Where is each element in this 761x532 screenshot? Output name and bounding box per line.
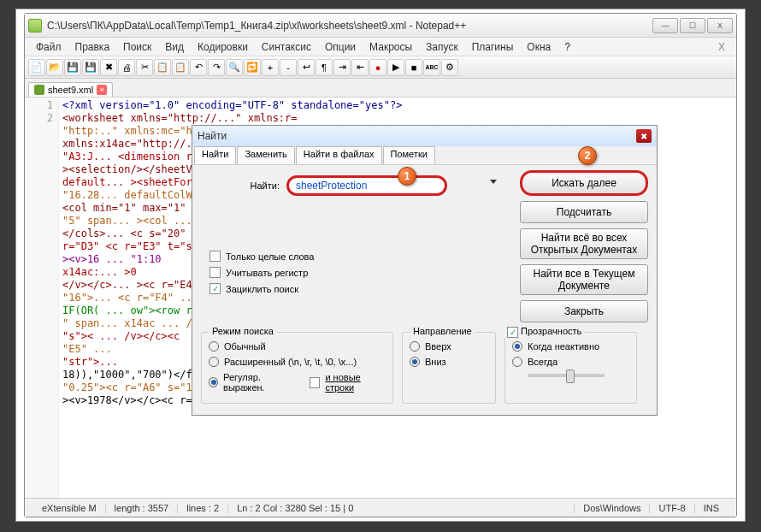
- match-case-label: Учитывать регистр: [226, 268, 308, 278]
- close-button[interactable]: X: [707, 18, 733, 33]
- menu-file[interactable]: Файл: [30, 39, 68, 55]
- status-encoding: UTF-8: [650, 503, 694, 513]
- find-dialog: Найти ✖ Найти Заменить Найти в файлах По…: [192, 125, 658, 416]
- close-file-icon[interactable]: ✖: [100, 59, 117, 76]
- status-mode: INS: [695, 503, 728, 513]
- print-icon[interactable]: 🖨: [118, 59, 135, 76]
- status-length: length : 3557: [106, 503, 179, 513]
- find-icon[interactable]: 🔍: [226, 59, 243, 76]
- status-lang: eXtensible M: [33, 503, 106, 513]
- replace-icon[interactable]: 🔁: [244, 59, 261, 76]
- direction-up-radio[interactable]: [410, 341, 420, 352]
- menu-windows[interactable]: Окна: [521, 39, 557, 55]
- stop-icon[interactable]: ■: [405, 59, 422, 76]
- open-file-icon[interactable]: 📂: [46, 59, 63, 76]
- undo-icon[interactable]: ↶: [190, 59, 207, 76]
- menu-options[interactable]: Опции: [319, 39, 362, 55]
- find-all-current-button[interactable]: Найти все в Текущем Документе: [520, 264, 648, 295]
- menubar: Файл Правка Поиск Вид Кодировки Синтакси…: [25, 38, 736, 56]
- line-gutter: 1 2: [25, 98, 59, 498]
- titlebar: C:\Users\ПК\AppData\Local\Temp\Temp1_Кни…: [25, 14, 736, 38]
- close-dialog-button[interactable]: Закрыть: [520, 300, 648, 322]
- abc-icon[interactable]: ABC: [423, 59, 440, 76]
- transparency-checkbox[interactable]: ✓: [507, 327, 518, 338]
- tab-marks[interactable]: Пометки: [383, 146, 435, 164]
- copy-icon[interactable]: 📋: [154, 59, 171, 76]
- dialog-titlebar: Найти ✖: [192, 126, 657, 146]
- find-next-button[interactable]: Искать далее: [520, 170, 648, 196]
- file-icon: [34, 85, 44, 95]
- tab-replace[interactable]: Заменить: [237, 146, 294, 164]
- whole-word-label: Только целые слова: [226, 251, 314, 262]
- trans-always-radio[interactable]: [512, 357, 522, 367]
- zoom-out-icon[interactable]: -: [280, 59, 297, 76]
- tab-find-in-files[interactable]: Найти в файлах: [296, 146, 382, 164]
- dropdown-icon[interactable]: [490, 180, 497, 184]
- newlines-checkbox[interactable]: [310, 377, 320, 388]
- redo-icon[interactable]: ↷: [208, 59, 225, 76]
- direction-legend: Направление: [410, 326, 475, 336]
- trans-inactive-radio[interactable]: [512, 341, 522, 352]
- menu-plugins[interactable]: Плагины: [466, 39, 520, 55]
- word-wrap-icon[interactable]: ↩: [298, 59, 315, 76]
- menu-macros[interactable]: Макросы: [363, 39, 418, 55]
- save-icon[interactable]: 💾: [64, 59, 81, 76]
- find-all-open-button[interactable]: Найти всё во всех Открытых Документах: [520, 228, 648, 259]
- menu-view[interactable]: Вид: [159, 39, 190, 55]
- menu-help[interactable]: ?: [558, 39, 576, 55]
- status-lines: lines : 2: [178, 503, 228, 513]
- status-eol: Dos\Windows: [575, 503, 650, 513]
- play-icon[interactable]: ▶: [387, 59, 404, 76]
- show-chars-icon[interactable]: ¶: [316, 59, 333, 76]
- mode-regex-radio[interactable]: [209, 377, 218, 387]
- wrap-label: Зациклить поиск: [226, 284, 298, 294]
- count-button[interactable]: Подсчитать: [520, 201, 648, 223]
- search-input[interactable]: [286, 175, 447, 196]
- tabbar: sheet9.xml ×: [25, 79, 736, 98]
- dialog-close-icon[interactable]: ✖: [636, 129, 652, 143]
- paste-icon[interactable]: 📋: [172, 59, 189, 76]
- tab-label: sheet9.xml: [48, 85, 93, 95]
- tab-close-icon[interactable]: ×: [97, 85, 107, 95]
- save-all-icon[interactable]: 💾: [82, 59, 99, 76]
- annotation-marker-2: 2: [578, 146, 597, 165]
- app-icon: [28, 19, 42, 33]
- annotation-marker-1: 1: [398, 167, 416, 186]
- direction-down-radio[interactable]: [410, 357, 420, 367]
- menu-search[interactable]: Поиск: [117, 39, 157, 55]
- cut-icon[interactable]: ✂: [136, 59, 153, 76]
- dialog-title: Найти: [198, 130, 227, 142]
- menubar-close-icon[interactable]: X: [712, 39, 731, 55]
- search-mode-legend: Режим поиска: [209, 326, 277, 336]
- menu-edit[interactable]: Правка: [69, 39, 116, 55]
- whole-word-checkbox[interactable]: [209, 251, 221, 262]
- status-position: Ln : 2 Col : 3280 Sel : 15 | 0: [228, 503, 575, 513]
- search-label: Найти:: [203, 180, 280, 191]
- wrap-checkbox[interactable]: ✓: [209, 283, 221, 294]
- record-icon[interactable]: ●: [369, 59, 386, 76]
- match-case-checkbox[interactable]: [209, 267, 221, 278]
- new-file-icon[interactable]: 📄: [28, 59, 45, 76]
- menu-syntax[interactable]: Синтаксис: [256, 39, 317, 55]
- mode-extended-radio[interactable]: [209, 357, 219, 367]
- transparency-slider[interactable]: [528, 374, 605, 377]
- document-tab[interactable]: sheet9.xml ×: [28, 82, 113, 97]
- statusbar: eXtensible M length : 3557 lines : 2 Ln …: [25, 498, 736, 517]
- tab-find[interactable]: Найти: [194, 146, 236, 164]
- minimize-button[interactable]: —: [652, 18, 678, 33]
- window-title: C:\Users\ПК\AppData\Local\Temp\Temp1_Кни…: [47, 20, 652, 32]
- menu-run[interactable]: Запуск: [420, 39, 464, 55]
- indent-icon[interactable]: ⇥: [333, 59, 351, 76]
- main-window: C:\Users\ПК\AppData\Local\Temp\Temp1_Кни…: [24, 13, 737, 517]
- settings-icon[interactable]: ⚙: [441, 59, 458, 76]
- outdent-icon[interactable]: ⇤: [351, 59, 369, 76]
- menu-encoding[interactable]: Кодировки: [192, 39, 254, 55]
- transparency-legend: Прозрачность: [521, 326, 581, 336]
- toolbar: 📄 📂 💾 💾 ✖ 🖨 ✂ 📋 📋 ↶ ↷ 🔍 🔁 + - ↩ ¶ ⇥ ⇤ ● …: [25, 56, 736, 79]
- mode-normal-radio[interactable]: [209, 341, 219, 352]
- zoom-in-icon[interactable]: +: [262, 59, 279, 76]
- maximize-button[interactable]: ☐: [680, 18, 705, 33]
